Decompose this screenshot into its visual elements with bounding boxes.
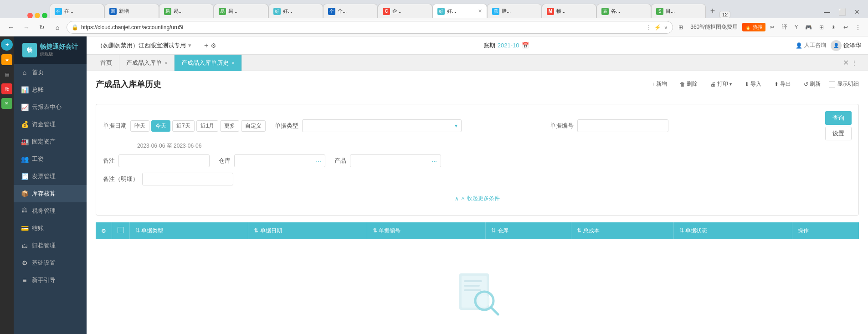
address-bar[interactable]: 🔒 https://cloud.chanjet.com/accounting/u… xyxy=(67,21,673,34)
browser-tab-7[interactable]: C 企... xyxy=(378,4,432,18)
settings-button[interactable]: 设置 xyxy=(825,127,852,140)
browser-tab-9[interactable]: 腾 腾... xyxy=(487,4,542,18)
sidebar-item-new-menu[interactable]: ≡ 新手引导 xyxy=(14,272,87,289)
th-gear[interactable]: ⚙ xyxy=(96,222,112,239)
tab-close-8[interactable]: ✕ xyxy=(478,8,482,14)
back-button[interactable]: ← xyxy=(5,21,17,34)
date-btn-custom[interactable]: 自定义 xyxy=(241,120,266,132)
product-select[interactable]: ··· xyxy=(350,154,441,167)
hot-search-button[interactable]: 🔥 热搜 xyxy=(742,23,765,31)
checkbox-box[interactable] xyxy=(829,81,835,87)
tab-list-close[interactable]: × xyxy=(164,60,167,66)
add-button[interactable]: + 新增 xyxy=(647,78,672,90)
delete-button[interactable]: 🗑 删除 xyxy=(675,78,702,90)
th-total-cost[interactable]: ⇅ 总成本 xyxy=(571,222,673,239)
th-warehouse[interactable]: ⇅ 仓库 xyxy=(486,222,571,239)
tab-history[interactable]: 产成品入库单历史 × xyxy=(175,55,241,71)
tab-list[interactable]: 产成品入库单 × xyxy=(119,55,175,71)
date-btn-1month[interactable]: 近1月 xyxy=(196,120,219,132)
browser-tab-4[interactable]: 易 易... xyxy=(214,4,268,18)
export-button[interactable]: ⬆ 导出 xyxy=(770,78,796,90)
address-bar-star[interactable]: ⚡ xyxy=(654,24,661,31)
print-button[interactable]: 🖨 打印 ▾ xyxy=(706,78,736,90)
currency-button[interactable]: ¥ xyxy=(792,23,801,31)
sidebar-item-ledger[interactable]: 📊 总账 xyxy=(14,81,87,98)
icon-bar-logo[interactable]: ✦ xyxy=(1,39,13,51)
th-voucher-status[interactable]: ⇅ 单据状态 xyxy=(673,222,792,239)
close-button[interactable]: ✕ xyxy=(851,5,863,18)
company-selector[interactable]: （勿删勿禁用）江西眼宝测试专用 ▾ xyxy=(93,40,195,51)
browser-tab-11[interactable]: 表 各... xyxy=(596,4,651,18)
show-columns-checkbox[interactable]: 显示明细 xyxy=(829,80,859,88)
settings-browser-button[interactable]: ⋮ xyxy=(853,23,863,31)
th-voucher-type[interactable]: ⇅ 单据类型 xyxy=(130,222,248,239)
tab-home[interactable]: 首页 xyxy=(93,55,119,71)
date-btn-7days[interactable]: 近7天 xyxy=(172,120,195,132)
voucher-no-input[interactable] xyxy=(577,119,668,132)
note-input[interactable] xyxy=(118,154,210,167)
browser-tab-10[interactable]: M 畅... xyxy=(542,4,596,18)
minimize-button[interactable]: — xyxy=(821,5,833,18)
date-btn-today[interactable]: 今天 xyxy=(151,120,170,132)
th-voucher-date[interactable]: ⇅ 单据日期 xyxy=(248,222,367,239)
panel-settings-button[interactable]: ⋮ xyxy=(851,59,858,67)
user-name-button[interactable]: 👤 徐泽华 xyxy=(831,40,861,51)
refresh-button[interactable]: ↻ xyxy=(36,21,48,34)
sidebar-item-cloud-report[interactable]: 📈 云报表中心 xyxy=(14,98,87,116)
back2-button[interactable]: ↩ xyxy=(841,23,851,31)
sidebar-item-archive[interactable]: 🗂 归档管理 xyxy=(14,237,87,254)
th-voucher-no[interactable]: ⇅ 单据编号 xyxy=(367,222,485,239)
calendar-icon[interactable]: 📅 xyxy=(522,42,529,49)
browser-tab-8[interactable]: 好 好... ✕ xyxy=(432,4,487,18)
browser-tab-3[interactable]: 易 易... xyxy=(159,4,214,18)
new-tab-button[interactable]: + xyxy=(706,4,719,18)
browser-tab-6[interactable]: 个 个... xyxy=(323,4,378,18)
th-checkbox[interactable] xyxy=(112,222,130,239)
search-text[interactable]: 360智能抠图免费用 xyxy=(688,22,740,32)
translate-button[interactable]: 译 xyxy=(779,22,790,32)
user-service-button[interactable]: 👤 人工咨询 xyxy=(796,41,826,49)
icon-bar-star[interactable]: ★ xyxy=(1,54,12,65)
tab-history-close[interactable]: × xyxy=(231,60,234,66)
brightness-button[interactable]: ☀ xyxy=(828,23,839,31)
sidebar-item-fund[interactable]: 💰 资金管理 xyxy=(14,116,87,133)
sidebar-item-fixed-assets[interactable]: 🏭 固定资产 xyxy=(14,133,87,150)
game-button[interactable]: 🎮 xyxy=(802,23,815,31)
note-detail-input[interactable] xyxy=(142,173,233,185)
maximize-button[interactable]: ⬜ xyxy=(836,5,848,18)
collapse-button[interactable]: ∧ ∧ 收起更多条件 xyxy=(455,195,499,202)
grid-button[interactable]: ⊞ xyxy=(817,23,827,31)
browser-tab-1[interactable]: 在 在... xyxy=(50,4,104,18)
query-button[interactable]: 查询 xyxy=(825,111,852,125)
forward-button[interactable]: → xyxy=(20,21,33,34)
home-button[interactable]: ⌂ xyxy=(51,21,64,34)
refresh-button[interactable]: ↺ 刷新 xyxy=(799,78,825,90)
scissors-button[interactable]: ✂ xyxy=(767,23,777,31)
date-btn-yesterday[interactable]: 昨天 xyxy=(130,120,149,132)
icon-bar-weibo[interactable]: 微 xyxy=(1,83,12,94)
extensions-button[interactable]: ⊞ xyxy=(676,23,686,31)
sidebar-item-invoice[interactable]: 🧾 发票管理 xyxy=(14,168,87,185)
address-bar-dropdown[interactable]: ∨ xyxy=(664,24,668,31)
sidebar-item-payroll[interactable]: 👥 工资 xyxy=(14,150,87,168)
icon-bar-mail[interactable]: ✉ xyxy=(1,98,12,109)
icon-bar-chart[interactable]: ▤ xyxy=(1,69,12,80)
browser-tab-5[interactable]: 好 好... xyxy=(268,4,323,18)
browser-tab-12[interactable]: S 目... xyxy=(651,4,706,18)
company-settings-button[interactable]: ⚙ xyxy=(211,42,216,49)
browser-tab-2[interactable]: 新 新增 xyxy=(104,4,159,18)
sidebar-item-checkout[interactable]: 💳 结账 xyxy=(14,220,87,237)
date-btn-more[interactable]: 更多 xyxy=(220,120,239,132)
sidebar-item-base[interactable]: ⚙ 基础设置 xyxy=(14,254,87,272)
voucher-type-select[interactable]: ▾ xyxy=(302,119,462,132)
add-company-button[interactable]: + xyxy=(204,41,208,50)
sidebar-item-inventory[interactable]: 📦 库存核算 xyxy=(14,185,87,202)
address-bar-menu[interactable]: ⋮ xyxy=(646,24,652,31)
period-value[interactable]: 2021-10 xyxy=(498,42,519,49)
import-button[interactable]: ⬇ 导入 xyxy=(740,78,766,90)
sidebar-item-tax[interactable]: 🏛 税务管理 xyxy=(14,202,87,220)
ledger-icon: 📊 xyxy=(21,86,28,93)
warehouse-select[interactable]: ··· xyxy=(234,154,325,167)
panel-close-button[interactable]: ✕ xyxy=(843,58,849,67)
sidebar-item-home[interactable]: ⌂ 首页 xyxy=(14,64,87,81)
